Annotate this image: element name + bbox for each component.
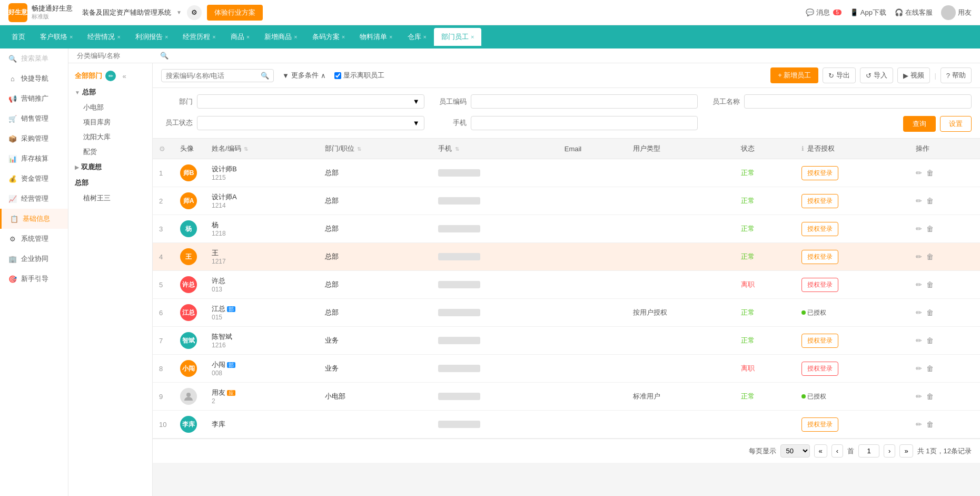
sidebar-item-sales[interactable]: 🛒 销售管理 — [0, 109, 68, 129]
tab-history[interactable]: 经营历程 × — [175, 28, 223, 46]
filter-phone-input[interactable] — [471, 116, 698, 130]
dept-collapse-button[interactable]: « — [119, 71, 130, 81]
filter-name-input[interactable] — [744, 94, 972, 109]
dept-search-input[interactable] — [77, 52, 156, 60]
dept-sub-peihuo[interactable]: 配货 — [68, 144, 152, 159]
sidebar-item-basic[interactable]: 📋 基础信息 — [0, 209, 68, 229]
close-addgoods-icon[interactable]: × — [294, 34, 297, 40]
table-search-icon[interactable]: 🔍 — [261, 72, 269, 80]
delete-icon[interactable]: 🗑 — [926, 169, 934, 177]
auth-login-button[interactable]: 授权登录 — [801, 222, 838, 236]
page-input[interactable] — [858, 444, 879, 458]
sidebar-search[interactable]: 🔍 搜索菜单 — [0, 48, 68, 69]
close-warehouse-icon[interactable]: × — [423, 34, 427, 40]
auth-login-button-resigned[interactable]: 授权登录 — [801, 278, 838, 292]
import-button[interactable]: ↺ 导入 — [860, 67, 893, 83]
tab-profit[interactable]: 利润报告 × — [128, 28, 175, 46]
delete-icon[interactable]: 🗑 — [926, 392, 934, 401]
page-size-select[interactable]: 50 100 200 — [780, 444, 810, 458]
more-filter-button[interactable]: ▼ 更多条件 ∧ — [278, 69, 330, 82]
view-button[interactable]: ▶ 视频 — [897, 67, 930, 83]
query-button[interactable]: 查询 — [903, 116, 936, 132]
tab-material[interactable]: 物料清单 × — [352, 28, 400, 46]
auth-login-button[interactable]: 授权登录 — [801, 194, 838, 208]
th-name[interactable]: 姓名/编码 ⇅ — [205, 139, 319, 159]
tab-barcode[interactable]: 条码方案 × — [305, 28, 352, 46]
filter-code-input[interactable] — [471, 94, 698, 109]
sidebar-item-system[interactable]: ⚙ 系统管理 — [0, 229, 68, 249]
dept-sub-xiangmu[interactable]: 项目库房 — [68, 115, 152, 130]
delete-icon[interactable]: 🗑 — [926, 280, 934, 289]
edit-icon[interactable]: ✏ — [916, 308, 922, 317]
edit-icon[interactable]: ✏ — [916, 420, 922, 429]
show-resigned-label[interactable]: 显示离职员工 — [334, 71, 384, 80]
close-business-icon[interactable]: × — [117, 34, 120, 40]
edit-icon[interactable]: ✏ — [916, 225, 922, 233]
tab-staff[interactable]: 部门员工 × — [434, 28, 481, 46]
dept-search-icon[interactable]: 🔍 — [160, 52, 169, 60]
th-dept[interactable]: 部门/职位 ⇅ — [319, 139, 432, 159]
delete-icon[interactable]: 🗑 — [926, 225, 934, 233]
trial-button[interactable]: 体验行业方案 — [207, 5, 263, 21]
auth-login-button[interactable]: 授权登录 — [801, 250, 838, 264]
dept-sub-shenyang[interactable]: 沈阳大库 — [68, 130, 152, 144]
edit-icon[interactable]: ✏ — [916, 252, 922, 261]
online-service-action[interactable]: 🎧 在线客服 — [895, 8, 933, 17]
system-dropdown-icon[interactable]: ▼ — [176, 9, 182, 15]
dept-group-zongbu[interactable]: ▼ 总部 — [68, 84, 152, 100]
set-button[interactable]: 设置 — [940, 116, 972, 132]
dept-all-label[interactable]: 全部部门 — [75, 71, 102, 81]
tab-warehouse[interactable]: 仓库 × — [400, 28, 434, 46]
tab-home[interactable]: 首页 — [4, 28, 33, 46]
filter-dept-select[interactable]: ▼ — [197, 94, 424, 109]
close-staff-icon[interactable]: × — [471, 34, 474, 40]
message-action[interactable]: 💬 消息 5 — [806, 8, 842, 17]
sidebar-item-purchase[interactable]: 📦 采购管理 — [0, 129, 68, 149]
tab-goods[interactable]: 商品 × — [223, 28, 257, 46]
edit-icon[interactable]: ✏ — [916, 169, 922, 177]
close-profit-icon[interactable]: × — [165, 34, 168, 40]
th-settings[interactable]: ⚙ — [153, 139, 174, 159]
delete-icon[interactable]: 🗑 — [926, 364, 934, 373]
sidebar-item-operation[interactable]: 📈 经营管理 — [0, 189, 68, 209]
next-page-button[interactable]: › — [884, 444, 895, 458]
dept-group-shuangluxiang[interactable]: ▶ 双鹿想 — [68, 159, 152, 175]
delete-icon[interactable]: 🗑 — [926, 420, 934, 429]
sidebar-item-inventory[interactable]: 📊 库存核算 — [0, 149, 68, 169]
export-button[interactable]: ↻ 导出 — [823, 67, 856, 83]
auth-login-button[interactable]: 授权登录 — [801, 166, 838, 180]
dept-edit-button[interactable]: ✏ — [105, 71, 116, 81]
prev-page-button[interactable]: ‹ — [831, 444, 843, 458]
app-download-action[interactable]: 📱 App下载 — [850, 8, 886, 17]
first-page-button[interactable]: « — [814, 444, 827, 458]
sidebar-item-marketing[interactable]: 📢 营销推广 — [0, 89, 68, 109]
add-staff-button[interactable]: + 新增员工 — [770, 67, 818, 83]
show-resigned-checkbox[interactable] — [334, 72, 341, 79]
sidebar-item-guide[interactable]: 🎯 新手引导 — [0, 269, 68, 289]
gear-button[interactable]: ⚙ — [187, 5, 202, 20]
close-goods-icon[interactable]: × — [246, 34, 250, 40]
edit-icon[interactable]: ✏ — [916, 197, 922, 205]
edit-icon[interactable]: ✏ — [916, 280, 922, 289]
auth-login-button[interactable]: 授权登录 — [801, 334, 838, 348]
sidebar-item-quicknav[interactable]: ⌂ 快捷导航 — [0, 69, 68, 89]
close-material-icon[interactable]: × — [389, 34, 392, 40]
user-action[interactable]: 用友 — [941, 5, 972, 20]
close-history-icon[interactable]: × — [212, 34, 215, 40]
dept-group-zongbu2[interactable]: 总部 — [68, 175, 152, 191]
edit-icon[interactable]: ✏ — [916, 392, 922, 401]
edit-icon[interactable]: ✏ — [916, 364, 922, 373]
dept-sub-xiaodianbu[interactable]: 小电部 — [68, 100, 152, 115]
edit-icon[interactable]: ✏ — [916, 336, 922, 345]
help-button[interactable]: ? 帮助 — [941, 67, 972, 83]
tab-addgoods[interactable]: 新增商品 × — [257, 28, 304, 46]
auth-login-button-resigned[interactable]: 授权登录 — [801, 362, 838, 376]
sidebar-item-enterprise[interactable]: 🏢 企业协同 — [0, 249, 68, 269]
th-phone[interactable]: 手机 ⇅ — [432, 139, 558, 159]
sidebar-item-finance[interactable]: 💰 资金管理 — [0, 169, 68, 189]
table-search-input[interactable] — [166, 72, 261, 80]
dept-sub-zhishuwangsan[interactable]: 植树王三 — [68, 191, 152, 206]
filter-status-select[interactable]: ▼ — [197, 116, 424, 130]
delete-icon[interactable]: 🗑 — [926, 336, 934, 345]
col-settings-icon[interactable]: ⚙ — [159, 145, 165, 153]
